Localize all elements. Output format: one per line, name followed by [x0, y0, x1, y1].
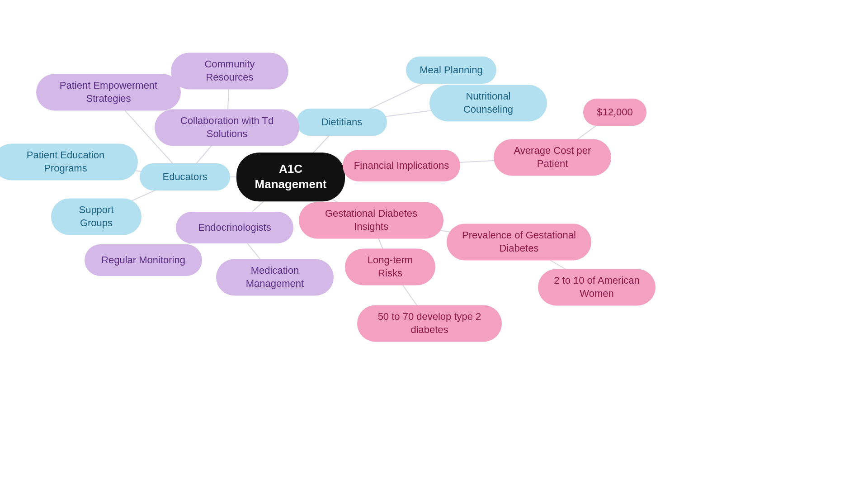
svg-line-2: [235, 177, 291, 228]
svg-line-5: [185, 128, 227, 177]
svg-line-10: [143, 228, 235, 260]
svg-line-7: [108, 92, 185, 177]
svg-line-17: [519, 242, 597, 287]
svg-line-3: [291, 166, 401, 177]
svg-line-9: [96, 177, 185, 217]
svg-line-4: [291, 177, 371, 220]
svg-line-16: [371, 220, 519, 242]
svg-line-8: [66, 162, 185, 177]
svg-line-19: [390, 267, 429, 323]
svg-line-14: [401, 157, 552, 166]
svg-line-1: [291, 122, 342, 177]
svg-line-13: [342, 103, 488, 122]
svg-line-11: [235, 228, 275, 277]
svg-line-12: [342, 70, 451, 122]
svg-line-18: [371, 220, 390, 267]
svg-line-15: [552, 112, 615, 157]
svg-line-6: [227, 71, 230, 128]
mindmap-canvas: [0, 0, 868, 490]
